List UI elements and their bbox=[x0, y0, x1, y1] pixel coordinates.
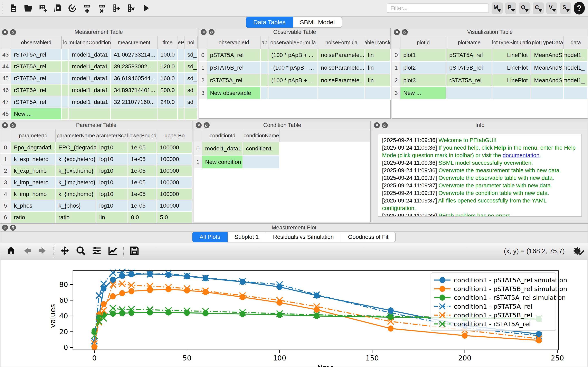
table-cell[interactable]: k_exp_homo bbox=[11, 165, 56, 177]
table-cell[interactable]: model1_ bbox=[564, 49, 588, 62]
table-cell[interactable]: sd_ bbox=[185, 49, 197, 61]
row-number[interactable]: 45 bbox=[0, 73, 11, 84]
table-cell[interactable] bbox=[261, 62, 268, 74]
table-cell[interactable] bbox=[492, 87, 531, 100]
table-cell[interactable]: rSTAT5A_rel bbox=[11, 96, 62, 108]
table-cell[interactable] bbox=[62, 49, 69, 61]
back-button[interactable] bbox=[22, 245, 32, 257]
row-number[interactable]: 2 bbox=[199, 74, 207, 87]
row-number[interactable]: 4 bbox=[0, 189, 11, 200]
table-cell[interactable] bbox=[261, 49, 268, 62]
table-cell[interactable]: k_{imp,homo} bbox=[56, 189, 96, 200]
filter-toggle-s[interactable]: S bbox=[560, 2, 571, 14]
table-cell[interactable]: ratio bbox=[11, 212, 56, 224]
close-icon[interactable]: ✕ bbox=[201, 29, 206, 35]
row-number[interactable]: 43 bbox=[0, 49, 11, 61]
table-cell[interactable]: lin bbox=[365, 62, 391, 74]
add-row-button[interactable] bbox=[82, 2, 92, 14]
table-cell[interactable] bbox=[178, 73, 185, 84]
column-header[interactable]: servableTransforma bbox=[365, 36, 391, 49]
help-button[interactable]: ? bbox=[574, 2, 585, 15]
table-cell[interactable] bbox=[268, 87, 318, 100]
plot-canvas[interactable]: 050100150200250020406080valuestimecondit… bbox=[1, 260, 587, 367]
close-icon[interactable]: ✕ bbox=[374, 122, 380, 128]
table-cell[interactable]: log10 bbox=[96, 154, 128, 165]
table-cell[interactable] bbox=[261, 87, 268, 100]
row-number[interactable]: 1 bbox=[194, 156, 202, 169]
table-cell[interactable] bbox=[111, 108, 158, 120]
table-cell[interactable]: pSTAT5A_rel bbox=[207, 49, 261, 62]
row-number[interactable]: 47 bbox=[0, 96, 11, 108]
table-cell[interactable]: lin bbox=[365, 74, 391, 87]
table-cell[interactable] bbox=[62, 84, 69, 96]
row-number[interactable]: 3 bbox=[0, 177, 11, 189]
table-cell[interactable] bbox=[531, 87, 564, 100]
table-cell[interactable] bbox=[62, 108, 69, 120]
documentation-link[interactable]: documentation bbox=[503, 152, 539, 158]
close-icon[interactable]: ✕ bbox=[2, 122, 8, 128]
table-cell[interactable] bbox=[62, 73, 69, 84]
table-cell[interactable]: 100000 bbox=[157, 165, 192, 177]
forward-button[interactable] bbox=[38, 245, 48, 257]
column-header[interactable]: io bbox=[62, 36, 69, 49]
row-number[interactable]: 0 bbox=[392, 49, 401, 62]
column-header[interactable] bbox=[392, 36, 401, 49]
table-cell[interactable]: log10 bbox=[96, 200, 128, 212]
column-header[interactable]: plotTypeData bbox=[531, 36, 564, 49]
table-cell[interactable] bbox=[261, 74, 268, 87]
table-cell[interactable]: 1e-05 bbox=[128, 142, 157, 154]
save-button[interactable] bbox=[129, 245, 140, 257]
table-cell[interactable]: MeanAndSD bbox=[531, 74, 564, 87]
table-cell[interactable]: 41.062733214... bbox=[111, 49, 158, 61]
plot-tab-subplot-1[interactable]: Subplot 1 bbox=[228, 232, 266, 242]
row-number[interactable]: 1 bbox=[392, 62, 401, 74]
table-cell[interactable]: Epo_degradati... bbox=[11, 142, 56, 154]
table-cell[interactable] bbox=[178, 61, 185, 73]
column-header[interactable]: upperBo bbox=[157, 129, 192, 142]
table-cell[interactable] bbox=[178, 84, 185, 96]
table-cell[interactable]: 32.211077160... bbox=[111, 96, 158, 108]
table-cell[interactable]: sd_ bbox=[185, 96, 197, 108]
table-cell[interactable]: sd_ bbox=[185, 73, 197, 84]
table-cell[interactable]: rSTAT5A_rel bbox=[11, 49, 62, 61]
open-folder-button[interactable] bbox=[23, 2, 34, 14]
row-number[interactable]: 0 bbox=[0, 142, 11, 154]
table-cell[interactable] bbox=[178, 96, 185, 108]
table-cell[interactable]: LinePlot bbox=[492, 49, 531, 62]
table-cell[interactable]: 100000 bbox=[157, 177, 192, 189]
table-cell[interactable]: k_phos bbox=[11, 200, 56, 212]
table-cell[interactable]: 100000 bbox=[157, 189, 192, 200]
column-header[interactable]: observableFormula bbox=[268, 36, 318, 49]
close-icon[interactable]: ✕ bbox=[2, 29, 8, 35]
table-cell[interactable]: rSTAT5A_rel bbox=[207, 74, 261, 87]
table-cell[interactable]: model1_data1 bbox=[69, 84, 111, 96]
table-cell[interactable]: 1e-05 bbox=[128, 177, 157, 189]
table-cell[interactable]: k_{phos} bbox=[56, 200, 96, 212]
home-button[interactable] bbox=[6, 245, 16, 257]
table-cell[interactable]: LinePlot bbox=[492, 74, 531, 87]
float-panel-icon[interactable] bbox=[10, 225, 16, 231]
table-cell[interactable]: 160.0 bbox=[158, 73, 178, 84]
table-cell[interactable]: noiseParamete... bbox=[318, 49, 365, 62]
table-cell[interactable]: model1_data1 bbox=[69, 49, 111, 61]
column-header[interactable]: observableId bbox=[207, 36, 261, 49]
table-cell[interactable] bbox=[178, 108, 185, 120]
close-icon[interactable]: ✕ bbox=[196, 122, 202, 128]
row-number[interactable]: 0 bbox=[194, 142, 202, 156]
table-cell[interactable]: lin bbox=[365, 49, 391, 62]
add-table-button[interactable] bbox=[38, 2, 48, 14]
table-cell[interactable]: noiseParamete... bbox=[318, 74, 365, 87]
tab-data-tables[interactable]: Data Tables bbox=[246, 17, 293, 28]
plot-settings-button[interactable] bbox=[571, 245, 582, 257]
column-header[interactable]: data bbox=[564, 36, 588, 49]
table-cell[interactable]: condition1 bbox=[243, 142, 280, 156]
float-panel-icon[interactable] bbox=[209, 29, 214, 35]
table-cell[interactable]: 1e-05 bbox=[128, 189, 157, 200]
table-cell[interactable]: 100.0 bbox=[158, 49, 178, 61]
column-header[interactable]: parameterId bbox=[11, 129, 56, 142]
column-header[interactable]: plotTypeSimulation bbox=[492, 36, 531, 49]
table-cell[interactable]: 200.0 bbox=[158, 84, 178, 96]
float-panel-icon[interactable] bbox=[10, 29, 16, 35]
table-cell[interactable] bbox=[564, 87, 588, 100]
column-header[interactable]: lowerBound bbox=[128, 129, 157, 142]
